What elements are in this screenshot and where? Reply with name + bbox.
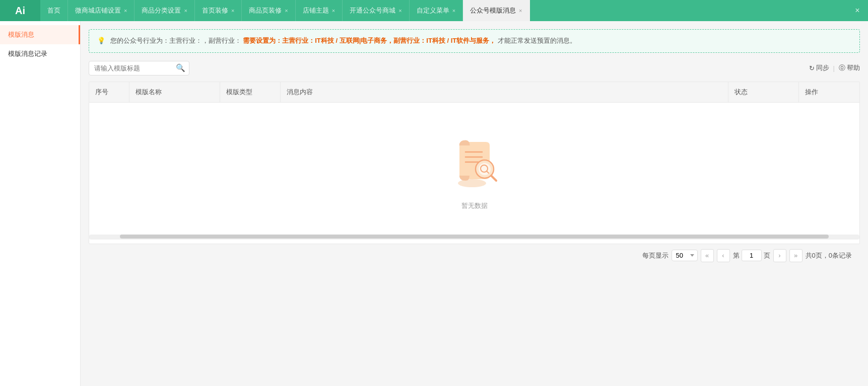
nav-tab-store-settings[interactable]: 微商城店铺设置× bbox=[68, 0, 135, 21]
divider: | bbox=[833, 64, 835, 72]
close-tab-store-theme[interactable]: × bbox=[332, 8, 335, 14]
svg-point-0 bbox=[458, 179, 486, 187]
sync-button[interactable]: ↻ 同步 bbox=[809, 63, 829, 72]
th-status: 状态 bbox=[728, 82, 799, 102]
close-tab-custom-menu[interactable]: × bbox=[452, 8, 455, 14]
sync-icon: ↻ bbox=[809, 64, 815, 72]
nav-tab-custom-menu[interactable]: 自定义菜单× bbox=[410, 0, 463, 21]
close-tab-store-settings[interactable]: × bbox=[124, 8, 127, 14]
page-end-label: 页 bbox=[764, 251, 770, 260]
th-content: 消息内容 bbox=[281, 82, 728, 102]
nav-tab-category-settings[interactable]: 商品分类设置× bbox=[135, 0, 194, 21]
first-page-button[interactable]: « bbox=[701, 249, 714, 262]
help-icon: ⓪ bbox=[839, 63, 845, 72]
sidebar-item-template-message-record[interactable]: 模版消息记录 bbox=[0, 44, 80, 63]
data-table: 序号 模版名称 模版类型 消息内容 状态 操作 bbox=[89, 82, 860, 244]
th-action: 操作 bbox=[799, 82, 859, 102]
close-tab-template-msg[interactable]: × bbox=[519, 8, 522, 14]
th-name: 模版名称 bbox=[129, 82, 220, 102]
sidebar: 模版消息 模版消息记录 bbox=[0, 21, 81, 386]
nav-tab-home-decoration[interactable]: 首页装修× bbox=[195, 0, 242, 21]
top-navigation: Ai 首页微商城店铺设置×商品分类设置×首页装修×商品页装修×店铺主题×开通公众… bbox=[0, 0, 868, 21]
empty-state: 暂无数据 bbox=[89, 103, 859, 230]
th-index: 序号 bbox=[89, 82, 129, 102]
bulb-icon: 💡 bbox=[97, 37, 105, 44]
app-logo: Ai bbox=[0, 0, 40, 21]
page-size-label: 每页显示 bbox=[642, 251, 669, 260]
pagination-current: 第 页 bbox=[733, 250, 770, 261]
notice-box: 💡 您的公众号行业为：主营行业：，副营行业： 需要设置为：主营行业：IT科技 /… bbox=[89, 29, 860, 53]
nav-tab-template-msg[interactable]: 公众号模版消息× bbox=[463, 0, 529, 21]
search-button[interactable]: 🔍 bbox=[176, 63, 185, 72]
page-input[interactable] bbox=[742, 250, 762, 261]
page-size-select[interactable]: 102050100 bbox=[672, 250, 698, 261]
pagination: 每页显示 102050100 « ‹ 第 页 › » 共0页，0条记录 bbox=[89, 244, 860, 267]
close-tab-category-settings[interactable]: × bbox=[184, 8, 187, 14]
search-input[interactable] bbox=[89, 61, 189, 75]
close-tab-product-decoration[interactable]: × bbox=[285, 8, 288, 14]
nav-tabs-container: 首页微商城店铺设置×商品分类设置×首页装修×商品页装修×店铺主题×开通公众号商城… bbox=[40, 0, 847, 21]
search-input-wrapper: 🔍 bbox=[89, 61, 189, 75]
close-tab-home-decoration[interactable]: × bbox=[231, 8, 234, 14]
nav-tab-product-decoration[interactable]: 商品页装修× bbox=[242, 0, 295, 21]
content-area: 💡 您的公众号行业为：主营行业：，副营行业： 需要设置为：主营行业：IT科技 /… bbox=[81, 21, 868, 386]
prev-page-button[interactable]: ‹ bbox=[717, 249, 730, 262]
horizontal-scrollbar[interactable] bbox=[89, 235, 859, 240]
sidebar-item-template-message[interactable]: 模版消息 bbox=[0, 25, 80, 44]
empty-text: 暂无数据 bbox=[461, 201, 488, 210]
pagination-total: 共0页，0条记录 bbox=[806, 251, 852, 260]
nav-tab-store-theme[interactable]: 店铺主题× bbox=[296, 0, 343, 21]
table-header: 序号 模版名称 模版类型 消息内容 状态 操作 bbox=[89, 82, 859, 103]
nav-tab-open-mall[interactable]: 开通公众号商城× bbox=[343, 0, 409, 21]
close-all-button[interactable]: × bbox=[847, 0, 868, 21]
scrollbar-thumb bbox=[120, 235, 829, 239]
help-button[interactable]: ⓪ 帮助 bbox=[839, 63, 860, 72]
nav-tab-home[interactable]: 首页 bbox=[40, 0, 68, 21]
search-right: ↻ 同步 | ⓪ 帮助 bbox=[809, 63, 860, 72]
last-page-button[interactable]: » bbox=[789, 249, 803, 262]
page-label: 第 bbox=[733, 251, 740, 260]
search-bar: 🔍 ↻ 同步 | ⓪ 帮助 bbox=[89, 61, 860, 75]
next-page-button[interactable]: › bbox=[773, 249, 786, 262]
empty-illustration bbox=[444, 133, 505, 193]
main-layout: 模版消息 模版消息记录 💡 您的公众号行业为：主营行业：，副营行业： 需要设置为… bbox=[0, 21, 868, 386]
th-type: 模版类型 bbox=[220, 82, 281, 102]
search-left: 🔍 bbox=[89, 61, 189, 75]
svg-line-6 bbox=[491, 176, 496, 181]
close-tab-open-mall[interactable]: × bbox=[398, 8, 402, 14]
